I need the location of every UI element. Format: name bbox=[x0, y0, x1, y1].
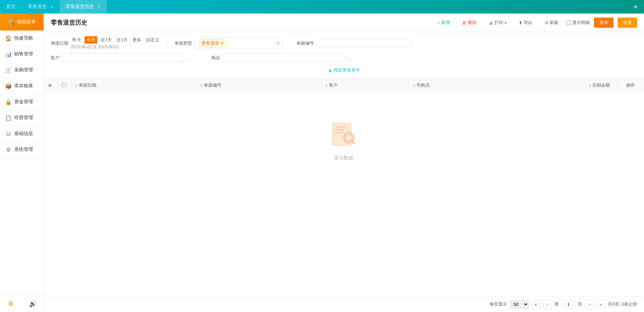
sidebar-search-label: 搜索菜单 bbox=[17, 19, 36, 25]
customer-input[interactable] bbox=[62, 53, 184, 62]
audio-bottom-icon[interactable]: 🔊 bbox=[27, 298, 38, 309]
goods-input[interactable] bbox=[223, 53, 344, 62]
filter-goods: 商品 ... bbox=[211, 53, 352, 62]
filter-row-2: 客户 ... 商品 ... bbox=[51, 53, 637, 62]
select-all-checkbox[interactable] bbox=[62, 83, 66, 87]
type-tag-close[interactable]: ✕ bbox=[220, 41, 224, 46]
th-action: 操作 bbox=[617, 79, 644, 92]
th-check[interactable] bbox=[57, 79, 71, 92]
sidebar-item-operation-label: 经营管理 bbox=[14, 115, 33, 121]
settings-bottom-icon[interactable]: ⚙ bbox=[5, 298, 16, 309]
date-option-7days[interactable]: 近7天 bbox=[99, 36, 113, 44]
type-chevron-icon: ▾ bbox=[277, 41, 280, 46]
sidebar-item-system[interactable]: ⚙ 系统管理 bbox=[0, 142, 44, 158]
th-number[interactable]: ↕ 单据编号 bbox=[196, 79, 321, 92]
tab-home-label: 首页 bbox=[6, 4, 16, 10]
basic-info-icon: 🗂 bbox=[5, 131, 11, 137]
content-area: 零售退货历史 + 新增 🗑 删除 🖨 打印 ▾ ⬆ 导出 ↺ bbox=[44, 14, 644, 312]
last-page-button[interactable]: » bbox=[596, 300, 605, 309]
tab-retail-return-label: 零售退货 bbox=[28, 4, 47, 10]
sidebar-search[interactable]: 🔍 搜索菜单 bbox=[0, 14, 44, 30]
date-option-today[interactable]: 今天 bbox=[85, 36, 97, 44]
display-detail-checkbox[interactable] bbox=[567, 21, 571, 25]
sidebar-item-purchase-mgmt[interactable]: 🛒 采购管理 bbox=[0, 62, 44, 78]
customer-dots[interactable]: ... bbox=[187, 55, 191, 61]
tab-retail-return[interactable]: 零售退货 ✕ bbox=[22, 0, 59, 14]
delete-label: 删除 bbox=[468, 20, 477, 26]
per-page-select[interactable]: 50 10 20 100 bbox=[510, 300, 529, 309]
sidebar-item-quick-nav-label: 快捷导航 bbox=[14, 35, 33, 41]
empty-text: 暂无数据 bbox=[334, 155, 353, 161]
window-close-button[interactable]: ✕ bbox=[627, 0, 644, 14]
date-option-yesterday[interactable]: 昨天 bbox=[71, 36, 82, 44]
sidebar-item-basic-info[interactable]: 🗂 基础信息 bbox=[0, 126, 44, 142]
svg-rect-1 bbox=[335, 127, 346, 128]
goods-dots[interactable]: ... bbox=[347, 55, 352, 61]
sidebar-item-quick-nav[interactable]: 🏠 快捷导航 bbox=[0, 30, 44, 46]
tab-home[interactable]: 首页 bbox=[0, 0, 22, 14]
display-detail-checkbox-label[interactable]: 显示明细 bbox=[567, 20, 590, 26]
sidebar-menu: 🏠 快捷导航 📊 销售管理 🛒 采购管理 📦 库存核算 🔒 资金管理 📋 bbox=[0, 30, 44, 295]
new-button[interactable]: + 新增 bbox=[433, 18, 454, 28]
first-page-button[interactable]: « bbox=[531, 300, 540, 309]
print-button[interactable]: 🖨 打印 ▾ bbox=[485, 18, 510, 28]
svg-rect-3 bbox=[335, 132, 343, 133]
sidebar-item-inventory-label: 库存核算 bbox=[14, 83, 33, 89]
date-option-1month[interactable]: 近1月 bbox=[115, 36, 129, 44]
next-page-button[interactable]: › bbox=[585, 300, 594, 309]
data-table: ⚙ ↕ 单据日期 ↕ 单据编号 ↕ 客户 bbox=[44, 79, 644, 188]
display-detail-label: 显示明细 bbox=[572, 20, 590, 26]
th-guide-label: ↕ 导购员 bbox=[413, 83, 430, 88]
collapse-up-icon: ▲ bbox=[328, 68, 332, 73]
th-number-label: ↕ 单据编号 bbox=[200, 83, 221, 88]
table-settings-icon[interactable]: ⚙ bbox=[48, 83, 52, 88]
date-option-custom[interactable]: 自定义 bbox=[145, 36, 161, 44]
sidebar-item-operation[interactable]: 📋 经营管理 bbox=[0, 110, 44, 126]
query-button[interactable]: 查询 bbox=[594, 18, 614, 28]
empty-illustration bbox=[327, 119, 361, 150]
divider-2 bbox=[289, 41, 290, 46]
sidebar-item-inventory[interactable]: 📦 库存核算 bbox=[0, 78, 44, 94]
export-button[interactable]: ⬆ 导出 bbox=[515, 18, 536, 28]
th-customer[interactable]: ↕ 客户 bbox=[321, 79, 409, 92]
inventory-icon: 📦 bbox=[5, 83, 11, 89]
th-guide[interactable]: ↕ 导购员 bbox=[409, 79, 516, 92]
delete-button[interactable]: 🗑 删除 bbox=[458, 18, 481, 28]
tab-list: 首页 零售退货 ✕ 零售退货历史 ✕ bbox=[0, 0, 627, 14]
th-date[interactable]: ↕ 单据日期 bbox=[71, 79, 196, 92]
th-amount[interactable]: ↕ 实销金额 bbox=[516, 79, 617, 92]
doc-number-label: 单据编号 bbox=[296, 40, 314, 46]
refresh-label: 刷新 bbox=[550, 20, 558, 26]
sidebar-item-purchase-mgmt-label: 采购管理 bbox=[14, 67, 33, 73]
date-option-more[interactable]: 更多 bbox=[131, 36, 143, 44]
filter-row-1: 单据日期 昨天 今天 近7天 近1月 更多 自定义 2023-06-02 至 2… bbox=[51, 36, 637, 50]
collapse-bar[interactable]: ▲ 收起更多条件 bbox=[51, 65, 637, 74]
page-prefix-label: 第 bbox=[554, 301, 559, 307]
quick-nav-icon: 🏠 bbox=[5, 35, 11, 41]
th-settings[interactable]: ⚙ bbox=[44, 79, 57, 92]
type-select[interactable]: 零售退货 ✕ ▾ bbox=[195, 38, 283, 49]
table-area: ⚙ ↕ 单据日期 ↕ 单据编号 ↕ 客户 bbox=[44, 79, 644, 296]
type-tag-label: 零售退货 bbox=[201, 40, 219, 46]
th-action-label: 操作 bbox=[626, 83, 635, 88]
tab-retail-return-history-close[interactable]: ✕ bbox=[97, 4, 101, 9]
empty-state: 暂无数据 bbox=[44, 92, 644, 188]
settings-button[interactable]: 设置 bbox=[618, 18, 637, 28]
header-actions: + 新增 🗑 删除 🖨 打印 ▾ ⬆ 导出 ↺ 刷新 bbox=[433, 18, 637, 28]
tab-retail-return-history[interactable]: 零售退货历史 ✕ bbox=[59, 0, 107, 14]
type-tag: 零售退货 ✕ bbox=[198, 39, 228, 47]
table-header-row: ⚙ ↕ 单据日期 ↕ 单据编号 ↕ 客户 bbox=[44, 79, 644, 92]
th-customer-label: ↕ 客户 bbox=[326, 83, 338, 88]
refresh-button[interactable]: ↺ 刷新 bbox=[541, 18, 563, 28]
page-number-input[interactable] bbox=[562, 300, 575, 308]
date-options: 昨天 今天 近7天 近1月 更多 自定义 2023-06-02 至 2023-0… bbox=[71, 36, 161, 50]
empty-cell: 暂无数据 bbox=[44, 92, 644, 188]
sidebar-item-sales-mgmt[interactable]: 📊 销售管理 bbox=[0, 46, 44, 62]
sidebar: 🔍 搜索菜单 🏠 快捷导航 📊 销售管理 🛒 采购管理 📦 库存核算 🔒 bbox=[0, 14, 44, 312]
prev-page-button[interactable]: ‹ bbox=[543, 300, 552, 309]
doc-number-input[interactable] bbox=[317, 39, 411, 47]
tab-retail-return-close[interactable]: ✕ bbox=[50, 4, 53, 9]
sidebar-item-finance[interactable]: 🔒 资金管理 bbox=[0, 94, 44, 110]
next-page-icon: › bbox=[589, 302, 590, 307]
filter-doc-number: 单据编号 bbox=[296, 39, 411, 47]
